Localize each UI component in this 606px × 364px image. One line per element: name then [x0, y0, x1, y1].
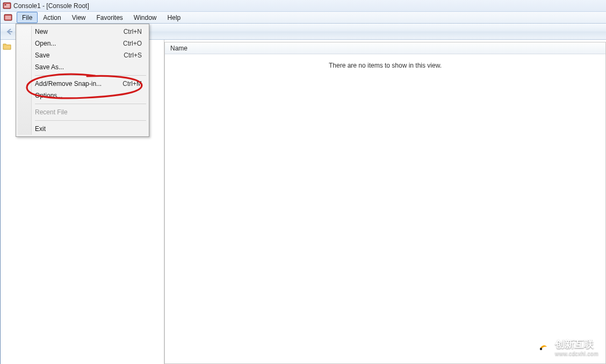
svg-point-7 — [540, 347, 542, 350]
menu-separator — [35, 104, 146, 104]
menu-separator — [35, 120, 146, 121]
menu-item-label: Save — [35, 52, 49, 59]
menu-item-add-remove-snapin[interactable]: Add/Remove Snap-in... Ctrl+M — [18, 78, 147, 90]
svg-rect-5 — [9, 31, 12, 32]
mmc-icon — [3, 2, 11, 10]
menu-item-exit[interactable]: Exit — [18, 123, 147, 135]
titlebar: Console1 - [Console Root] — [1, 0, 606, 12]
menu-favorites-label: Favorites — [97, 14, 123, 21]
menu-item-open[interactable]: Open... Ctrl+O — [18, 38, 147, 49]
list-header[interactable]: Name — [165, 42, 605, 54]
menu-item-label: Recent File — [35, 108, 68, 116]
watermark-url: www.cdcxhl.com — [555, 351, 598, 356]
menu-item-label: Open... — [35, 40, 56, 47]
folder-icon — [3, 43, 11, 50]
menu-help[interactable]: Help — [162, 12, 186, 23]
back-arrow-icon — [5, 27, 14, 36]
watermark-brand: 创新互联 — [555, 339, 594, 350]
menu-window-label: Window — [134, 14, 157, 21]
window-title: Console1 - [Console Root] — [13, 2, 89, 10]
menu-item-label: Exit — [35, 125, 46, 133]
svg-rect-2 — [5, 4, 6, 5]
watermark: 创新互联 www.cdcxhl.com — [536, 338, 598, 356]
menu-item-save-as[interactable]: Save As... — [18, 61, 147, 73]
menu-view[interactable]: View — [67, 12, 91, 23]
menu-item-shortcut: Ctrl+N — [124, 28, 142, 35]
menu-file-label: File — [22, 14, 32, 21]
list-pane: Name There are no items to show in this … — [164, 42, 606, 364]
back-button[interactable] — [4, 26, 16, 38]
menu-action[interactable]: Action — [38, 12, 66, 23]
menu-item-options[interactable]: Options... — [18, 90, 147, 101]
list-body: There are no items to show in this view. — [165, 54, 605, 363]
menu-item-shortcut: Ctrl+O — [123, 40, 142, 47]
menu-file[interactable]: File — [17, 12, 38, 23]
mmc-icon — [3, 12, 13, 23]
column-name: Name — [170, 45, 187, 52]
menu-item-label: New — [35, 28, 48, 35]
menu-view-label: View — [72, 14, 86, 21]
empty-message: There are no items to show in this view. — [329, 62, 442, 363]
menu-item-label: Options... — [35, 92, 62, 99]
menu-item-label: Add/Remove Snap-in... — [35, 80, 102, 88]
menubar: File Action View Favorites Window Help — [1, 12, 606, 24]
watermark-badge-icon — [536, 340, 551, 355]
menu-item-save[interactable]: Save Ctrl+S — [18, 49, 147, 61]
menu-item-new[interactable]: New Ctrl+N — [18, 26, 147, 38]
menu-help-label: Help — [168, 14, 181, 21]
menu-item-label: Save As... — [35, 63, 64, 71]
menu-window[interactable]: Window — [128, 12, 162, 23]
menu-favorites[interactable]: Favorites — [91, 12, 128, 23]
menu-item-recent-file: Recent File — [18, 106, 147, 118]
menu-separator — [35, 75, 146, 76]
menu-item-shortcut: Ctrl+M — [122, 80, 142, 88]
watermark-text: 创新互联 www.cdcxhl.com — [555, 338, 598, 356]
svg-point-6 — [538, 342, 549, 353]
file-menu-dropdown: New Ctrl+N Open... Ctrl+O Save Ctrl+S Sa… — [16, 24, 149, 137]
menu-action-label: Action — [43, 14, 61, 21]
svg-rect-4 — [5, 16, 11, 20]
menu-item-shortcut: Ctrl+S — [124, 52, 142, 59]
